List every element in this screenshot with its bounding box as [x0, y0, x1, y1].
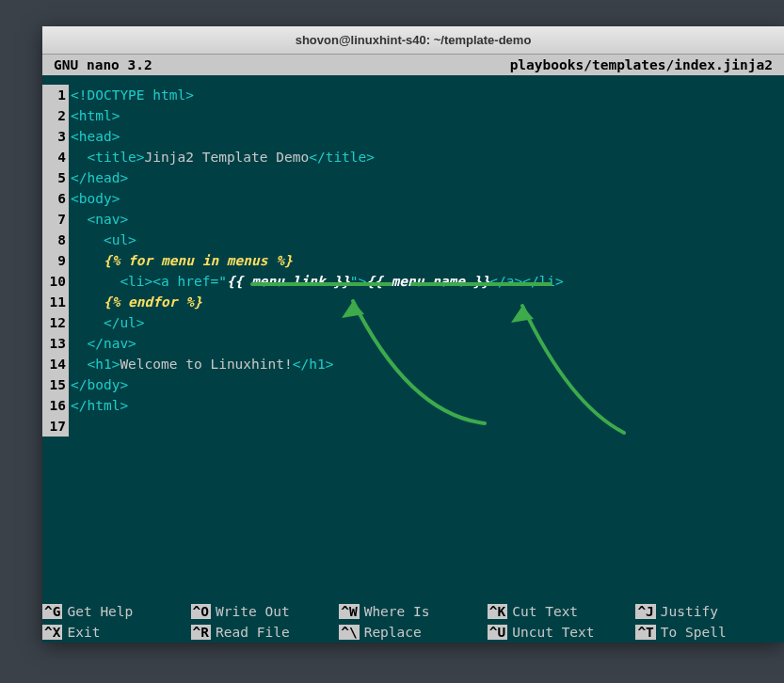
- code-text: <title>: [71, 150, 145, 165]
- lineno: 14: [42, 354, 69, 374]
- help-key: ^\: [339, 625, 359, 640]
- help-key: ^G: [42, 604, 62, 619]
- window-title: shovon@linuxhint-s40: ~/template-demo: [296, 33, 532, 47]
- code-text: </nav>: [71, 336, 136, 351]
- lineno: 3: [42, 126, 69, 147]
- help-label: Exit: [67, 625, 100, 640]
- lineno: 7: [42, 209, 69, 230]
- code-content[interactable]: <!DOCTYPE html> <html> <head> <title>Jin…: [71, 85, 564, 437]
- help-key: ^U: [488, 625, 507, 640]
- terminal-window: shovon@linuxhint-s40: ~/template-demo GN…: [42, 26, 784, 643]
- code-text: <li><a href=": [71, 274, 227, 289]
- app-name: GNU nano 3.2: [54, 57, 152, 72]
- help-to-spell[interactable]: ^TTo Spell: [635, 622, 784, 643]
- help-key: ^K: [488, 604, 507, 619]
- jinja-block: {% for menu in menus %}: [104, 253, 293, 268]
- code-text: [71, 294, 104, 310]
- lineno: 2: [42, 105, 69, 126]
- lineno: 15: [42, 374, 69, 395]
- help-label: Cut Text: [512, 604, 578, 619]
- code-text: <ul>: [71, 232, 136, 247]
- help-where-is[interactable]: ^WWhere Is: [339, 601, 488, 622]
- help-key: ^T: [635, 625, 655, 640]
- code-text: <nav>: [71, 212, 128, 227]
- editor-area[interactable]: 1 2 3 4 5 6 7 8 9 10 11 12 13 14 15 16 1…: [42, 75, 784, 599]
- file-path: playbooks/templates/index.jinja2: [152, 57, 773, 72]
- code-text: <body>: [71, 191, 120, 206]
- help-replace[interactable]: ^\Replace: [339, 622, 488, 643]
- help-read-file[interactable]: ^RRead File: [191, 622, 340, 643]
- help-label: Write Out: [216, 604, 290, 619]
- code-text: Welcome to Linuxhint!: [120, 357, 292, 372]
- nano-statusbar: GNU nano 3.2 playbooks/templates/index.j…: [42, 55, 784, 75]
- lineno: 12: [42, 312, 69, 333]
- help-cut-text[interactable]: ^KCut Text: [488, 601, 636, 622]
- code-text: <!DOCTYPE html>: [71, 87, 194, 103]
- window-titlebar[interactable]: shovon@linuxhint-s40: ~/template-demo: [42, 26, 784, 55]
- help-label: Read File: [216, 625, 290, 640]
- code-text: </body>: [71, 377, 128, 392]
- code-text: </title>: [309, 150, 375, 165]
- code-text: Jinja2 Template Demo: [145, 150, 310, 165]
- help-label: Get Help: [67, 604, 133, 619]
- code-text: </head>: [71, 170, 128, 185]
- line-number-gutter: 1 2 3 4 5 6 7 8 9 10 11 12 13 14 15 16 1…: [42, 85, 69, 437]
- help-exit[interactable]: ^XExit: [42, 622, 191, 643]
- help-justify[interactable]: ^JJustify: [635, 601, 784, 622]
- code-text: </html>: [71, 398, 128, 413]
- lineno: 1: [42, 85, 69, 105]
- nano-helpbar: ^GGet Help ^OWrite Out ^WWhere Is ^KCut …: [42, 599, 784, 643]
- code-text: ">: [350, 274, 366, 289]
- code-text: </h1>: [293, 357, 334, 372]
- lineno: 10: [42, 271, 69, 292]
- jinja-block: {% endfor %}: [104, 294, 202, 310]
- help-label: Where Is: [364, 604, 430, 619]
- code-text: <head>: [71, 129, 120, 144]
- help-key: ^O: [191, 604, 211, 619]
- lineno: 11: [42, 292, 69, 312]
- lineno: 6: [42, 188, 69, 209]
- lineno: 5: [42, 167, 69, 188]
- code-text: </a></li>: [489, 274, 564, 289]
- code-text: [71, 253, 104, 268]
- jinja-var: {{ menu.link }}: [227, 274, 350, 289]
- code-text: </ul>: [71, 315, 145, 330]
- help-key: ^W: [339, 604, 359, 619]
- code-text: <html>: [71, 108, 120, 123]
- help-key: ^X: [42, 625, 62, 640]
- lineno: 9: [42, 250, 69, 271]
- help-uncut-text[interactable]: ^UUncut Text: [488, 622, 636, 643]
- help-key: ^R: [191, 625, 211, 640]
- help-write-out[interactable]: ^OWrite Out: [191, 601, 340, 622]
- lineno: 16: [42, 395, 69, 416]
- lineno: 4: [42, 147, 69, 167]
- help-key: ^J: [635, 604, 655, 619]
- lineno: 17: [42, 416, 69, 437]
- help-label: Uncut Text: [512, 625, 594, 640]
- help-label: Replace: [364, 625, 422, 640]
- code-text: <h1>: [71, 357, 120, 372]
- lineno: 8: [42, 230, 69, 250]
- lineno: 13: [42, 333, 69, 354]
- help-label: Justify: [661, 604, 718, 619]
- help-get-help[interactable]: ^GGet Help: [42, 601, 191, 622]
- jinja-var: {{ menu.name }}: [366, 274, 489, 289]
- help-label: To Spell: [661, 625, 727, 640]
